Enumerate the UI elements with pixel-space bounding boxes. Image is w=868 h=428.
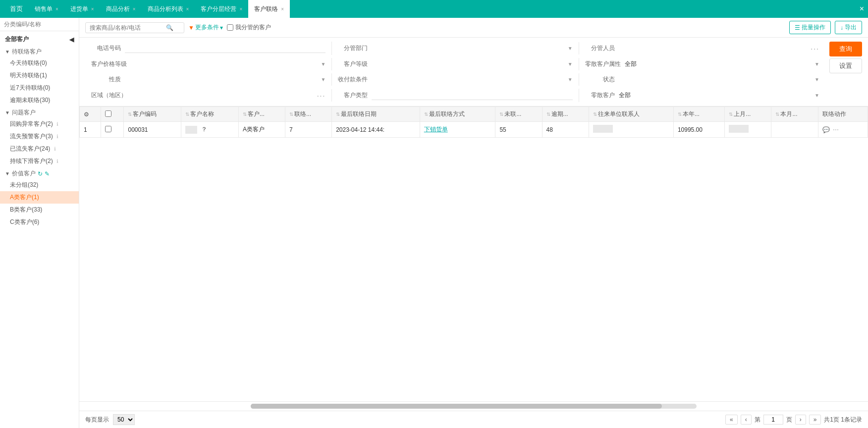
my-customers-checkbox[interactable]	[227, 24, 233, 31]
col-contact-person[interactable]: ⇅往来单位联系人	[589, 107, 673, 122]
nav-tab-analysis[interactable]: 商品分析 ×	[100, 0, 142, 18]
row-checkbox[interactable]	[105, 126, 111, 132]
cell-this-year: 10995.00	[673, 122, 724, 138]
select-all-checkbox[interactable]	[105, 110, 111, 117]
nav-home[interactable]: 首页	[4, 4, 29, 13]
cell-checkbox[interactable]	[101, 122, 124, 138]
col-this-year[interactable]: ⇅本年...	[673, 107, 724, 122]
dept-select[interactable]: ▼	[372, 46, 572, 51]
region-select[interactable]: ···	[131, 92, 326, 100]
my-customers-filter[interactable]: 我分管的客户	[227, 23, 271, 32]
col-contact-count[interactable]: ⇅联络...	[285, 107, 332, 122]
search-input[interactable]	[90, 24, 164, 31]
sidebar-item-tomorrow[interactable]: 明天待联络(1)	[0, 69, 79, 82]
nature-select[interactable]: ▼	[125, 77, 326, 82]
triangle-icon: ▼	[5, 110, 10, 115]
col-code[interactable]: ⇅客户编码	[124, 107, 181, 122]
sort-icon: ⇅	[593, 111, 597, 117]
batch-ops-button[interactable]: ☰ 批量操作	[789, 21, 831, 34]
customer-level-label: 客户等级	[338, 60, 368, 68]
last-page-button[interactable]: »	[809, 415, 821, 425]
close-icon[interactable]: ×	[281, 6, 284, 12]
col-overdue[interactable]: ⇅逾期...	[542, 107, 589, 122]
sidebar-item-7days[interactable]: 近7天待联络(0)	[0, 82, 79, 94]
sidebar-item-declining[interactable]: 持续下滑客户(2) ℹ	[0, 155, 79, 167]
col-name[interactable]: ⇅客户名称	[181, 107, 239, 122]
export-button[interactable]: ↓ 导出	[835, 21, 862, 34]
col-last-month[interactable]: ⇅上月...	[725, 107, 771, 122]
close-icon[interactable]: ×	[133, 6, 136, 12]
last-method-link[interactable]: 下销货单	[424, 126, 448, 133]
scrollbar-track[interactable]	[251, 404, 697, 409]
pending-contact-group[interactable]: ▼ 待联络客户	[0, 46, 79, 57]
cell-last-method[interactable]: 下销货单	[420, 122, 495, 138]
phone-input[interactable]	[125, 44, 326, 53]
status-label: 状态	[585, 75, 615, 84]
page-number-input[interactable]	[763, 415, 783, 425]
sidebar-item-unclassified[interactable]: 未分组(32)	[0, 179, 79, 191]
nav-tab-sales[interactable]: 销售单 ×	[29, 0, 64, 18]
col-no-contact[interactable]: ⇅未联...	[495, 107, 542, 122]
retail-attr-select[interactable]: 全部 ▼	[625, 60, 819, 68]
query-btn-group: 查询 设置	[829, 42, 862, 73]
more-filters-button[interactable]: ▼ 更多条件 ▾	[188, 23, 223, 32]
info-icon: ℹ	[56, 121, 58, 127]
collapse-icon[interactable]: ◀	[69, 36, 74, 43]
table-row: 1 000031 ？ A类客户 7 2023-04-12 14:44: 下销货单…	[80, 122, 868, 138]
person-select[interactable]: ···	[619, 45, 819, 53]
col-checkbox[interactable]	[101, 107, 124, 122]
first-page-button[interactable]: «	[725, 415, 738, 425]
next-page-button[interactable]: ›	[795, 415, 806, 425]
col-this-month[interactable]: ⇅本月...	[771, 107, 818, 122]
retail-customer-select[interactable]: 全部 ▼	[619, 91, 819, 100]
all-customers-header[interactable]: 全部客户 ◀	[0, 31, 79, 46]
setting-button[interactable]: 设置	[829, 58, 862, 73]
close-icon[interactable]: ×	[55, 6, 58, 12]
top-nav: 首页 销售单 × 进货单 × 商品分析 × 商品分析列表 × 客户分层经营 × …	[0, 0, 868, 18]
sidebar-item-a-class[interactable]: A类客户(1)	[0, 191, 79, 204]
close-icon[interactable]: ×	[186, 6, 189, 12]
sidebar-item-today[interactable]: 今天待联络(0)	[0, 57, 79, 69]
nav-tab-analysis-list[interactable]: 商品分析列表 ×	[142, 0, 195, 18]
search-icon[interactable]: 🔍	[166, 24, 173, 31]
status-select[interactable]: ▼	[619, 77, 819, 82]
sidebar-item-churned[interactable]: 已流失客户(24) ℹ	[0, 143, 79, 155]
close-icon[interactable]: ×	[91, 6, 94, 12]
col-last-method[interactable]: ⇅最后联络方式	[420, 107, 495, 122]
close-icon[interactable]: ×	[239, 6, 242, 12]
cell-overdue: 48	[542, 122, 589, 138]
col-settings[interactable]: ⚙	[80, 107, 101, 122]
value-customers-group[interactable]: ▼ 价值客户 ↻ ✎	[0, 167, 79, 179]
per-page-select[interactable]: 50	[113, 414, 135, 425]
nav-tab-customer-contact[interactable]: 客户联络 ×	[248, 0, 290, 18]
problem-customers-group[interactable]: ▼ 问题客户	[0, 107, 79, 118]
nav-tab-purchase[interactable]: 进货单 ×	[64, 0, 100, 18]
customer-level-select[interactable]: ▼	[372, 61, 572, 67]
sidebar-item-overdue[interactable]: 逾期未联络(30)	[0, 94, 79, 107]
col-last-date[interactable]: ⇅最后联络日期	[332, 107, 420, 122]
price-level-select[interactable]: ▼	[131, 61, 326, 67]
chat-icon[interactable]: 💬	[822, 126, 830, 133]
nav-tab-customer-segment[interactable]: 客户分层经营 ×	[195, 0, 248, 18]
close-all-button[interactable]: ×	[860, 4, 864, 13]
payment-select[interactable]: ▼	[372, 77, 572, 82]
sidebar-item-c-class[interactable]: C类客户(6)	[0, 216, 79, 228]
col-actions: 联络动作	[818, 107, 868, 122]
sidebar-item-churn-warning[interactable]: 流失预警客户(3) ℹ	[0, 130, 79, 143]
refresh-icon[interactable]: ↻	[38, 170, 43, 177]
edit-icon[interactable]: ✎	[45, 170, 50, 177]
sort-icon: ⇅	[678, 111, 682, 117]
region-label: 区域（地区）	[91, 91, 127, 100]
prev-page-button[interactable]: ‹	[741, 415, 752, 425]
all-customers-label: 全部客户	[5, 35, 29, 44]
scrollbar-thumb[interactable]	[251, 404, 662, 409]
sidebar-item-b-class[interactable]: B类客户(33)	[0, 204, 79, 216]
horizontal-scrollbar[interactable]	[79, 401, 868, 411]
value-customers-label: 价值客户	[12, 169, 36, 178]
sidebar-item-repurchase-abnormal[interactable]: 回购异常客户(2) ℹ	[0, 118, 79, 130]
query-button[interactable]: 查询	[829, 42, 862, 56]
more-icon[interactable]: ⋯	[833, 126, 839, 133]
sidebar-search-input[interactable]	[4, 21, 78, 28]
col-level[interactable]: ⇅客户...	[238, 107, 285, 122]
customer-type-input[interactable]	[372, 91, 572, 100]
